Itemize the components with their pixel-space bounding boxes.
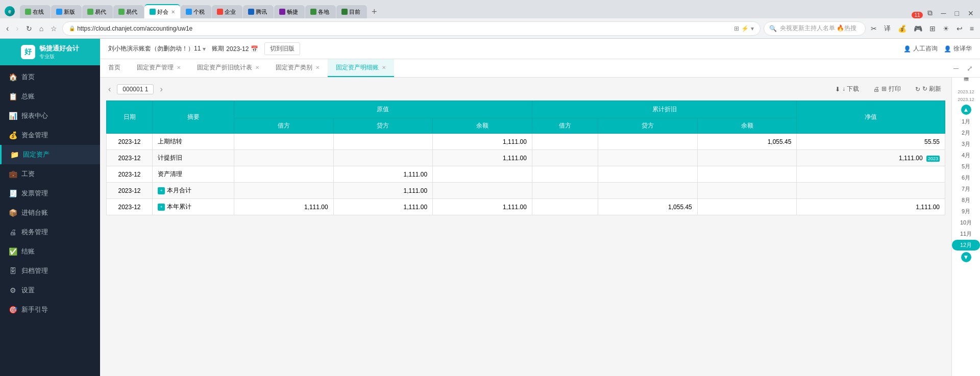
tab-changjie[interactable]: 畅捷 [274,5,305,18]
sidebar-item-ledger[interactable]: 📋 总账 [0,87,100,106]
nav-next-btn[interactable]: › [158,84,164,95]
tab-xinban[interactable]: 新版 [51,5,82,18]
tab-yidai1[interactable]: 易代 [82,5,113,18]
tab-panel-minimize-icon[interactable]: ─ [950,63,962,73]
tab-haohui[interactable]: 好会 ✕ [144,4,180,18]
sidebar-item-reports[interactable]: 📊 报表中心 [0,106,100,126]
tab-online[interactable]: 在线 [20,5,51,18]
cell-dep-balance-4 [697,199,797,215]
tab-fixed-asset-mgmt-label: 固定资产管理 [137,63,174,72]
tab-panel-expand-icon[interactable]: ⤢ [964,63,976,73]
tab-fixed-asset-mgmt[interactable]: 固定资产管理 ✕ [129,59,189,77]
sidebar-label-purchase: 进销台账 [21,208,48,217]
tab-depreciation-stats-close[interactable]: ✕ [255,65,259,70]
month-12[interactable]: 12月 [952,240,980,250]
switch-version-btn[interactable]: 切到旧版 [264,42,300,55]
dropdown-icon[interactable]: ▾ [751,25,754,32]
cell-orig-credit-2: 1,111.00 [333,166,433,183]
cell-summary-2: 资产清理 [153,166,234,183]
tab-asset-category-close[interactable]: ✕ [315,65,320,70]
sidebar-item-tax[interactable]: 🖨 税务管理 [0,222,100,242]
toolbar-brightness-icon[interactable]: ☀ [941,24,951,33]
user-btn[interactable]: 👤 徐译华 [944,44,972,53]
scroll-up-btn[interactable]: ▲ [961,105,971,115]
month-9[interactable]: 9月 [952,206,980,217]
window-restore-icon[interactable]: ⧉ [923,8,937,18]
data-table: 日期 摘要 原值 累计折旧 净值 借方 贷方 余额 借方 贷方 余额 [106,101,945,215]
cell-orig-debit-3 [234,183,334,199]
toolbar-menu-icon[interactable]: ≡ [968,24,976,33]
month-4[interactable]: 4月 [952,150,980,161]
net-value-1: 1,111.00 [899,155,923,162]
toolbar-game-icon[interactable]: 🎮 [912,24,924,33]
tab-asset-category[interactable]: 固定资产类别 ✕ [267,59,328,77]
download-btn[interactable]: ⬇ ↓ 下载 [831,83,863,95]
sidebar-item-settings[interactable]: ⚙ 设置 [0,281,100,300]
tab-asset-detail-ledger-close[interactable]: ✕ [382,65,386,70]
sidebar-item-payroll[interactable]: 💼 工资 [0,164,100,184]
sidebar-item-invoice[interactable]: 🧾 发票管理 [0,184,100,203]
row-icon-4: + [158,204,165,211]
nav-home-btn[interactable]: ⌂ [37,22,45,35]
sidebar-item-fixed-assets[interactable]: 📁 固定资产 [0,145,100,164]
lightning-icon[interactable]: ⚡ [741,25,749,32]
month-2[interactable]: 2月 [952,128,980,138]
toolbar-translate-icon[interactable]: 译 [882,24,893,33]
tab-add-btn[interactable]: + [368,5,381,18]
tab-gedi[interactable]: 各地 [305,5,336,18]
cell-dep-balance-1 [697,150,797,166]
month-1[interactable]: 1月 [952,116,980,127]
toolbar-grid-icon[interactable]: ⊞ [927,24,938,33]
tab-haohui-close[interactable]: ✕ [171,9,175,15]
table-row: 2023-12 计提折旧 1,111.00 1,111.00 2023 [107,150,945,166]
sidebar-item-guide[interactable]: 🎯 新手引导 [0,300,100,319]
nav-forward-btn[interactable]: › [14,22,20,35]
month-10[interactable]: 10月 [952,217,980,228]
cell-orig-credit-3: 1,111.00 [333,183,433,199]
cell-date-1: 2023-12 [107,150,153,166]
th-dep-debit: 借方 [532,118,598,134]
tab-yidai2[interactable]: 易代 [113,5,144,18]
sidebar-item-purchase[interactable]: 📦 进销台账 [0,203,100,222]
nav-back-btn[interactable]: ‹ [4,22,11,35]
address-input[interactable]: 🔒 https://cloud.chanjet.com/accounting/u… [62,21,761,36]
month-5[interactable]: 5月 [952,161,980,172]
month-7[interactable]: 7月 [952,184,980,194]
nav-prev-btn[interactable]: ‹ [106,84,113,95]
window-minimize-icon[interactable]: ─ [937,8,950,18]
window-close-icon[interactable]: ✕ [964,8,978,18]
sidebar-item-archive[interactable]: 🗄 归档管理 [0,261,100,281]
cell-orig-credit-1 [333,150,433,166]
tab-asset-detail-ledger[interactable]: 固定资产明细账 ✕ [328,59,394,77]
month-6[interactable]: 6月 [952,172,980,183]
scroll-down-btn[interactable]: ▼ [961,252,971,262]
qr-icon[interactable]: ⊞ [734,25,739,32]
window-maximize-icon[interactable]: □ [951,8,963,18]
help-btn[interactable]: 👤 人工咨询 [903,44,938,53]
tab-depreciation-stats[interactable]: 固定资产折旧统计表 ✕ [189,59,267,77]
print-btn[interactable]: 🖨 ⊞ 打印 [869,83,904,95]
month-11[interactable]: 11月 [952,229,980,239]
tab-fixed-asset-mgmt-close[interactable]: ✕ [177,65,181,70]
calendar-icon[interactable]: 📅 [251,45,258,53]
tab-geshui[interactable]: 个税 [181,5,211,18]
cell-dep-credit-0 [598,134,698,150]
account-select[interactable]: 刘小艳演示账套（勿删勿动！）11 ▾ [108,44,206,53]
tab-tengxun[interactable]: 腾讯 [243,5,274,18]
sidebar-item-home[interactable]: 🏠 首页 [0,67,100,87]
nav-refresh-btn[interactable]: ↻ [24,22,34,35]
toolbar-undo-icon[interactable]: ↩ [954,24,965,33]
cell-dep-balance-2 [697,166,797,183]
browser-logo: e [2,4,17,18]
toolbar-cut-icon[interactable]: ✂ [869,24,879,33]
sidebar-item-funds[interactable]: 💰 资金管理 [0,126,100,145]
toolbar-wallet-icon[interactable]: 💰 [896,24,909,33]
nav-bookmark-btn[interactable]: ☆ [48,22,59,35]
tab-homepage[interactable]: 首页 [100,59,129,77]
refresh-btn[interactable]: ↻ ↻ 刷新 [911,83,945,95]
month-3[interactable]: 3月 [952,139,980,149]
month-8[interactable]: 8月 [952,195,980,206]
tab-muqian[interactable]: 目前 [336,5,367,18]
sidebar-item-close-period[interactable]: ✅ 结账 [0,242,100,261]
tab-qiye[interactable]: 企业 [212,5,242,18]
